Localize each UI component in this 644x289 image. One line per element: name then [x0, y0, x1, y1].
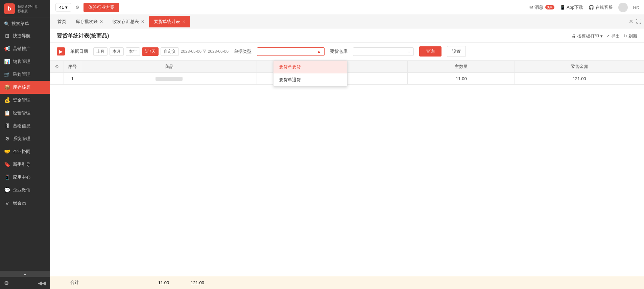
date-curr-btn[interactable]: 本月 [110, 47, 124, 56]
message-icon: ✉ [529, 5, 533, 10]
row-num: 1 [64, 73, 81, 85]
filter-date-range: 2023-05-06 至 2023-06-06 [181, 49, 229, 54]
product-placeholder [156, 77, 183, 81]
export-btn[interactable]: ↗ 导出 [606, 33, 620, 39]
tab-bar: 首页 库存批次账 ✕ 收发存汇总表 ✕ 要货单统计表 ✕ ✕ ⛶ [50, 15, 644, 28]
messages-item[interactable]: ✉ 消息 99+ [529, 4, 554, 10]
warehouse-filter-label: 要货仓库 [330, 48, 348, 54]
enterprise-icon: 🤝 [4, 149, 10, 155]
sidebar-item-marketing[interactable]: 📢 营销推广 [0, 42, 50, 55]
date-prev-btn[interactable]: 上月 [93, 47, 108, 56]
maximize-icon[interactable]: ⛶ [636, 19, 641, 25]
row-quantity: 11.00 [408, 73, 515, 85]
inventory-icon: 📦 [4, 84, 10, 90]
sidebar-item-quick-nav[interactable]: ⊞ 快捷导航 [0, 29, 50, 42]
sidebar-item-enterprise[interactable]: 🤝 企业协同 [0, 145, 50, 158]
date-filter-label: 单据日期 [70, 48, 88, 54]
wechat-icon: 💬 [4, 187, 10, 193]
table-container: ⚙ 序号 商品 主计量单位 主数量 零售金额 1 [50, 61, 644, 276]
sidebar-item-appstore[interactable]: 📱 应用中心 [0, 171, 50, 184]
sidebar-item-finance[interactable]: 💰 资金管理 [0, 94, 50, 107]
tab-home[interactable]: 首页 [53, 16, 71, 27]
tab-close-order-stat[interactable]: ✕ [182, 19, 186, 24]
sidebar-scroll-up[interactable]: ▲ [0, 271, 50, 277]
col-header-quantity: 主数量 [408, 61, 515, 73]
refresh-icon: ↻ [623, 34, 627, 39]
headset-icon: 🎧 [589, 5, 594, 10]
tab-close-batch[interactable]: ✕ [100, 19, 103, 24]
tab-batch[interactable]: 库存批次账 ✕ [71, 16, 108, 27]
operation-icon: 📋 [4, 110, 10, 116]
type-select-input[interactable] [261, 49, 317, 54]
row-settings [50, 73, 64, 85]
col-header-amount: 零售金额 [515, 61, 644, 73]
sidebar-nav: ⊞ 快捷导航 📢 营销推广 📊 销售管理 🛒 采购管理 📦 库存核算 💰 资金管… [0, 29, 50, 271]
page-actions: 🖨 按模板打印 ▾ ↗ 导出 ↻ 刷新 [571, 33, 637, 39]
messages-badge: 99+ [545, 5, 554, 9]
main-content: 41 ▾ ⚙ 体验行业方案 ✉ 消息 99+ 📱 App下载 🎧 在线客服 Ri… [50, 0, 644, 289]
filter-bar: ▶ 单据日期 上月 本月 本年 近7天 自定义 2023-05-06 至 202… [50, 43, 644, 61]
system-icon: ⚙ [4, 136, 10, 142]
sidebar-item-inventory[interactable]: 📦 库存核算 [0, 81, 50, 94]
quick-nav-icon: ⊞ [4, 33, 10, 39]
print-btn[interactable]: 🖨 按模板打印 ▾ [571, 33, 603, 39]
guide-icon: 🔖 [4, 161, 10, 168]
sidebar-item-guide[interactable]: 🔖 新手引导 [0, 158, 50, 171]
sidebar-item-purchase[interactable]: 🛒 采购管理 [0, 68, 50, 81]
footer-amount: 121.00 [181, 280, 214, 285]
gear-settings-icon[interactable]: ⚙ [75, 5, 79, 10]
type-select[interactable]: ▲ [257, 47, 325, 56]
collapse-icon[interactable]: ◀◀ [38, 280, 46, 286]
sidebar-item-wechat[interactable]: 💬 企业微信 [0, 184, 50, 197]
query-btn[interactable]: 查询 [419, 46, 442, 57]
sidebar-item-basic[interactable]: 🗄 基础信息 [0, 119, 50, 132]
basic-icon: 🗄 [4, 123, 10, 129]
trial-btn[interactable]: 体验行业方案 [84, 3, 119, 12]
sidebar-item-vip[interactable]: V 畅会员 [0, 197, 50, 209]
tab-receivable[interactable]: 收发存汇总表 ✕ [108, 16, 149, 27]
search-menu[interactable]: 🔍 搜索菜单 [0, 18, 50, 29]
tab-close-receivable[interactable]: ✕ [141, 19, 144, 24]
support-item[interactable]: 🎧 在线客服 [589, 4, 613, 10]
settings-footer-icon[interactable]: ⚙ [4, 280, 9, 286]
sidebar-footer: ⚙ ◀◀ [0, 277, 50, 289]
setting-btn[interactable]: 设置 [447, 46, 466, 57]
col-header-num: 序号 [64, 61, 81, 73]
date-week7-btn[interactable]: 近7天 [142, 47, 159, 56]
tab-bar-actions: ✕ ⛶ [629, 18, 641, 25]
col-header-settings[interactable]: ⚙ [50, 61, 64, 73]
close-all-icon[interactable]: ✕ [629, 18, 633, 25]
user-avatar[interactable] [618, 3, 628, 12]
column-settings-icon[interactable]: ⚙ [55, 64, 59, 69]
col-header-product: 商品 [81, 61, 257, 73]
page-title: 要货单统计表(按商品) [57, 32, 109, 40]
table-footer: 合计 11.00 121.00 [50, 276, 644, 289]
sidebar-item-sales[interactable]: 📊 销售管理 [0, 55, 50, 68]
type-dropdown-menu: 要货单要货 要货单退货 [273, 60, 348, 87]
download-item[interactable]: 📱 App下载 [560, 4, 583, 10]
export-icon: ↗ [606, 34, 610, 39]
sales-icon: 📊 [4, 59, 10, 65]
tab-order-stat[interactable]: 要货单统计表 ✕ [149, 16, 190, 27]
finance-icon: 💰 [4, 97, 10, 103]
dropdown-item-return-order[interactable]: 要货单退货 [273, 73, 347, 86]
footer-total-label: 合计 [57, 280, 79, 286]
refresh-btn[interactable]: ↻ 刷新 [623, 33, 637, 39]
filter-expand-btn[interactable]: ▶ [57, 47, 65, 55]
print-dropdown-icon: ▾ [600, 34, 603, 39]
sidebar-item-system[interactable]: ⚙ 系统管理 [0, 132, 50, 145]
type-filter-label: 单据类型 [234, 48, 252, 54]
warehouse-select[interactable]: ··· [353, 47, 414, 56]
sidebar-item-operation[interactable]: 📋 经营管理 [0, 107, 50, 119]
sidebar-logo: b 畅捷通好生意 标准版 [0, 0, 50, 18]
date-year-btn[interactable]: 本年 [126, 47, 140, 56]
print-icon: 🖨 [571, 34, 576, 39]
date-custom-btn[interactable]: 自定义 [161, 47, 179, 56]
workspace-selector[interactable]: 41 ▾ [55, 3, 71, 12]
warehouse-more-icon: ··· [406, 49, 410, 54]
search-icon: 🔍 [4, 21, 9, 26]
dropdown-item-purchase-order[interactable]: 要货单要货 [273, 61, 347, 73]
app-logo-text: 畅捷通好生意 标准版 [18, 4, 38, 13]
appstore-icon: 📱 [4, 174, 10, 180]
header-right: ✉ 消息 99+ 📱 App下载 🎧 在线客服 Rit [529, 3, 639, 12]
